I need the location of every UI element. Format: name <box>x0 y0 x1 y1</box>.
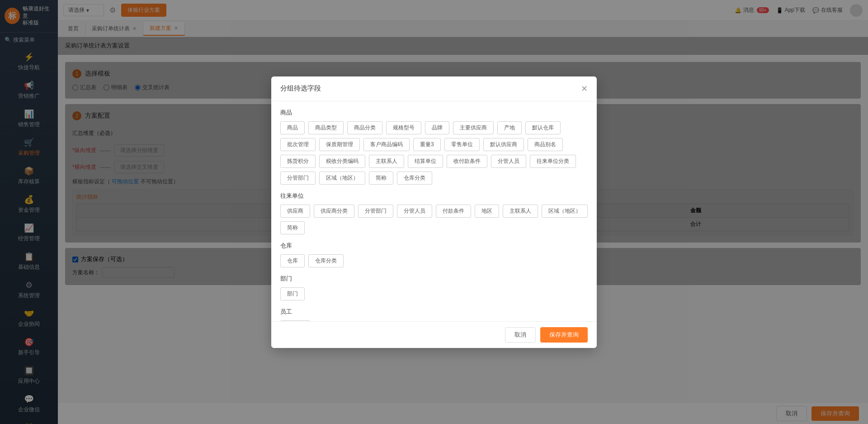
field-tag-商品类型[interactable]: 商品类型 <box>308 121 344 134</box>
field-group-department: 部门部门 <box>280 275 588 300</box>
cancel-button[interactable]: 取消 <box>505 327 536 343</box>
field-tag-区域（地区）[interactable]: 区域（地区） <box>319 172 365 185</box>
field-tag-商品别名[interactable]: 商品别名 <box>528 138 563 151</box>
field-tag-简称[interactable]: 简称 <box>280 221 305 234</box>
field-tag-主联系人[interactable]: 主联系人 <box>369 155 404 168</box>
field-tag-往来单位分类[interactable]: 往来单位分类 <box>530 155 576 168</box>
field-group-title-department: 部门 <box>280 275 588 283</box>
field-select-modal: 分组待选字段 ✕ 商品商品商品类型商品分类规格型号品牌主要供应商产地默认仓库批次… <box>271 76 597 348</box>
field-tag-分管人员[interactable]: 分管人员 <box>491 155 526 168</box>
field-tag-分管部门[interactable]: 分管部门 <box>358 205 393 218</box>
field-tag-默认仓库[interactable]: 默认仓库 <box>525 121 561 134</box>
field-tags-counterpart: 供应商供应商分类分管部门分管人员付款条件地区主联系人区域（地区）简称 <box>280 205 588 234</box>
field-tag-简称[interactable]: 简称 <box>369 172 393 185</box>
modal-overlay: 分组待选字段 ✕ 商品商品商品类型商品分类规格型号品牌主要供应商产地默认仓库批次… <box>0 0 868 424</box>
field-tags-department: 部门 <box>280 287 588 300</box>
field-tag-仓库[interactable]: 仓库 <box>280 254 305 267</box>
field-group-counterpart: 往来单位供应商供应商分类分管部门分管人员付款条件地区主联系人区域（地区）简称 <box>280 192 588 234</box>
field-tag-结算单位[interactable]: 结算单位 <box>408 155 443 168</box>
field-group-warehouse: 仓库仓库仓库分类 <box>280 242 588 267</box>
field-tag-分管人员[interactable]: 分管人员 <box>397 205 432 218</box>
field-tag-商品[interactable]: 商品 <box>280 121 305 134</box>
field-tag-区域（地区）[interactable]: 区域（地区） <box>542 205 588 218</box>
field-tag-保质期管理[interactable]: 保质期管理 <box>319 138 360 151</box>
field-tag-供应商[interactable]: 供应商 <box>280 205 310 218</box>
modal-footer: 取消 保存并查询 <box>271 321 597 348</box>
field-tags-warehouse: 仓库仓库分类 <box>280 254 588 267</box>
field-tag-品牌[interactable]: 品牌 <box>425 121 449 134</box>
modal-body[interactable]: 商品商品商品类型商品分类规格型号品牌主要供应商产地默认仓库批次管理保质期管理客户… <box>271 101 597 321</box>
field-tag-重量3[interactable]: 重量3 <box>413 138 441 151</box>
field-tag-收付款条件[interactable]: 收付款条件 <box>447 155 487 168</box>
field-tag-默认供应商[interactable]: 默认供应商 <box>483 138 524 151</box>
field-tag-客户商品编码[interactable]: 客户商品编码 <box>363 138 410 151</box>
field-tag-批次管理[interactable]: 批次管理 <box>280 138 316 151</box>
field-group-title-goods: 商品 <box>280 109 588 117</box>
field-tag-商品分类[interactable]: 商品分类 <box>347 121 382 134</box>
field-tag-分管部门[interactable]: 分管部门 <box>280 172 316 185</box>
field-tag-仓库分类[interactable]: 仓库分类 <box>308 254 344 267</box>
field-tag-规格型号[interactable]: 规格型号 <box>386 121 421 134</box>
field-tag-产地[interactable]: 产地 <box>497 121 522 134</box>
field-tags-goods: 商品商品类型商品分类规格型号品牌主要供应商产地默认仓库批次管理保质期管理客户商品… <box>280 121 588 185</box>
field-group-title-warehouse: 仓库 <box>280 242 588 250</box>
field-group-title-employee: 员工 <box>280 308 588 316</box>
field-group-goods: 商品商品商品类型商品分类规格型号品牌主要供应商产地默认仓库批次管理保质期管理客户… <box>280 109 588 185</box>
field-tag-零售单位[interactable]: 零售单位 <box>444 138 480 151</box>
field-group-employee: 员工业务员 <box>280 308 588 321</box>
field-tag-仓库分类[interactable]: 仓库分类 <box>397 172 432 185</box>
field-tag-供应商分类[interactable]: 供应商分类 <box>314 205 354 218</box>
modal-header: 分组待选字段 ✕ <box>271 76 597 101</box>
field-group-title-counterpart: 往来单位 <box>280 192 588 200</box>
field-tag-付款条件[interactable]: 付款条件 <box>436 205 471 218</box>
close-icon[interactable]: ✕ <box>581 84 588 94</box>
field-tag-拣货积分[interactable]: 拣货积分 <box>280 155 316 168</box>
field-tag-税收分类编码[interactable]: 税收分类编码 <box>319 155 365 168</box>
field-tag-主要供应商[interactable]: 主要供应商 <box>453 121 494 134</box>
field-tag-地区[interactable]: 地区 <box>475 205 499 218</box>
confirm-button[interactable]: 保存并查询 <box>540 327 588 343</box>
field-tag-主联系人[interactable]: 主联系人 <box>503 205 538 218</box>
modal-title: 分组待选字段 <box>280 84 321 93</box>
field-tag-部门[interactable]: 部门 <box>280 287 305 300</box>
